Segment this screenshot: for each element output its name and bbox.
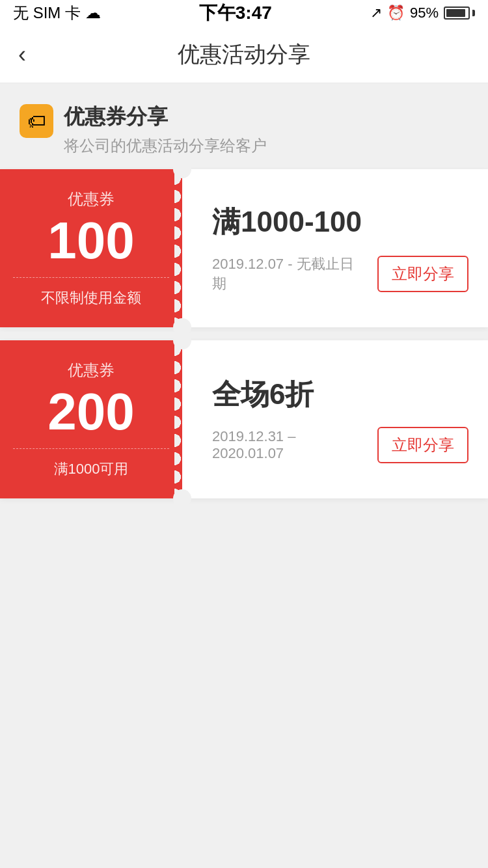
coupon-right-0: 满1000-100 2019.12.07 - 无截止日期 立即分享 (182, 169, 488, 327)
status-bar: 无 SIM 卡 ☁ 下午3:47 ↗ ⏰ 95% (0, 0, 488, 26)
coupon-name-1: 全场6折 (212, 375, 468, 414)
coupon-notch-top-0 (173, 160, 191, 178)
section-subtitle: 将公司的优惠活动分享给客户 (64, 135, 267, 156)
coupon-notch-top-1 (173, 331, 191, 349)
coupon-name-0: 满1000-100 (212, 203, 468, 241)
empty-area (0, 531, 488, 868)
location-icon: ↗ (370, 5, 382, 21)
coupon-label-1: 优惠券 (68, 360, 115, 381)
nav-bar: ‹ 优惠活动分享 (0, 26, 488, 83)
back-button[interactable]: ‹ (18, 43, 26, 66)
coupon-left-0: 优惠券 100 不限制使用金额 (0, 169, 182, 327)
coupon-date-0: 2019.12.07 - 无截止日期 (212, 254, 367, 293)
coupon-divider-0 (13, 277, 169, 278)
coupon-list: 优惠券 100 不限制使用金额 满1000-100 2019.12.07 - 无… (0, 169, 488, 531)
coupon-share-button-0[interactable]: 立即分享 (377, 256, 468, 292)
status-right: ↗ ⏰ 95% (370, 5, 475, 21)
coupon-condition-1: 满1000可用 (54, 459, 129, 479)
coupon-divider-1 (13, 448, 169, 449)
alarm-icon: ⏰ (387, 5, 405, 21)
coupon-date-1: 2019.12.31 – 2020.01.07 (212, 428, 367, 462)
section-text: 优惠券分享 将公司的优惠活动分享给客户 (64, 103, 267, 156)
coupon-notch-bottom-1 (173, 489, 191, 508)
coupon-section-icon: 🏷 (20, 104, 53, 138)
section-title: 优惠券分享 (64, 103, 267, 131)
page-title: 优惠活动分享 (178, 40, 310, 70)
status-left: 无 SIM 卡 ☁ (13, 3, 101, 23)
coupon-card: 优惠券 100 不限制使用金额 满1000-100 2019.12.07 - 无… (0, 169, 488, 327)
coupon-label-0: 优惠券 (68, 189, 115, 210)
battery-percent: 95% (410, 5, 439, 21)
coupon-card: 优惠券 200 满1000可用 全场6折 2019.12.31 – 2020.0… (0, 340, 488, 498)
coupon-amount-1: 200 (47, 386, 134, 438)
sim-status: 无 SIM 卡 ☁ (13, 3, 101, 23)
status-time: 下午3:47 (199, 1, 272, 25)
coupon-condition-0: 不限制使用金额 (41, 288, 141, 308)
coupon-left-1: 优惠券 200 满1000可用 (0, 340, 182, 498)
coupon-amount-0: 100 (47, 215, 134, 267)
coupon-meta-1: 2019.12.31 – 2020.01.07 立即分享 (212, 427, 468, 463)
battery-icon (444, 7, 475, 20)
coupon-right-1: 全场6折 2019.12.31 – 2020.01.07 立即分享 (182, 340, 488, 498)
coupon-meta-0: 2019.12.07 - 无截止日期 立即分享 (212, 254, 468, 293)
coupon-share-button-1[interactable]: 立即分享 (377, 427, 468, 463)
section-header: 🏷 优惠券分享 将公司的优惠活动分享给客户 (0, 83, 488, 169)
